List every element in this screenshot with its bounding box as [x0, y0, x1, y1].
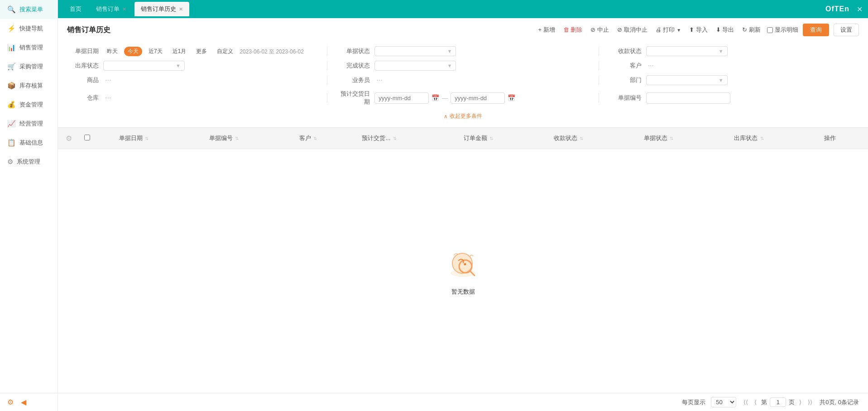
warehouse-dots-btn[interactable]: ···	[103, 94, 113, 102]
display-toggle-checkbox[interactable]	[767, 27, 773, 33]
dept-select[interactable]: ▼	[646, 75, 728, 85]
sidebar-item-purchase[interactable]: 🛒 采购管理	[0, 57, 58, 76]
page-next-btn[interactable]: ⟩	[797, 398, 803, 406]
sidebar-item-quick-nav[interactable]: ⚡ 快捷导航	[0, 19, 58, 38]
delivery-status-control: ▼	[103, 61, 316, 71]
delivery-date-end-icon[interactable]: 📅	[508, 94, 515, 102]
col-checkbox	[80, 128, 115, 149]
select-all-checkbox[interactable]	[84, 135, 90, 140]
sidebar-item-search[interactable]: 🔍 搜索菜单	[0, 0, 58, 19]
col-collection-label: 收款状态	[554, 135, 577, 141]
tab-home[interactable]: 首页	[63, 2, 88, 16]
table-settings-gear[interactable]: ⚙	[62, 132, 75, 145]
sidebar-item-finance[interactable]: 💰 资金管理	[0, 95, 58, 114]
goods-label: 商品	[67, 76, 103, 84]
collection-status-control: ▼	[646, 46, 859, 56]
settings-btn[interactable]: 设置	[834, 24, 859, 36]
goods-dots-btn[interactable]: ···	[103, 76, 113, 84]
date-1month-btn[interactable]: 近1月	[169, 47, 190, 56]
date-yesterday-btn[interactable]: 昨天	[103, 47, 121, 56]
customer-dots-btn[interactable]: ···	[646, 62, 656, 70]
print-btn-label: 🖨 打印	[656, 26, 675, 34]
delivery-date-end[interactable]	[451, 92, 505, 104]
delivery-date-start-icon[interactable]: 📅	[432, 94, 439, 102]
col-customer-label: 客户	[299, 135, 311, 141]
display-toggle[interactable]: 显示明细	[767, 26, 798, 34]
tab-sales-order-close[interactable]: ✕	[122, 6, 126, 12]
col-action: 操作	[820, 128, 868, 149]
col-collection-sort: ⇅	[580, 136, 583, 141]
col-amount-label: 订单金额	[464, 135, 487, 141]
divider-6	[599, 76, 599, 85]
table-header-row: ⚙ 单据日期 ⇅ 单据编号 ⇅	[58, 128, 868, 149]
delivery-date-start[interactable]	[374, 92, 429, 104]
col-collection[interactable]: 收款状态 ⇅	[549, 128, 639, 149]
col-delivery-status[interactable]: 出库状态 ⇅	[729, 128, 820, 149]
doc-no-input[interactable]	[646, 92, 730, 104]
import-btn[interactable]: ⬆ 导入	[687, 25, 710, 35]
topbar: 首页 销售订单 ✕ 销售订单历史 ✕ OfTEn ✕	[58, 0, 868, 18]
export-btn[interactable]: ⬇ 导出	[714, 25, 736, 35]
stop-btn[interactable]: ⊘ 中止	[589, 25, 611, 35]
cancel-stop-btn-label: ⊘ 取消中止	[617, 26, 647, 34]
col-no-label: 单据编号	[209, 135, 233, 141]
sidebar-item-basic-info[interactable]: 📋 基础信息	[0, 133, 58, 152]
sidebar-item-inventory[interactable]: 📦 库存核算	[0, 76, 58, 95]
col-customer[interactable]: 客户 ⇅	[295, 128, 358, 149]
col-no[interactable]: 单据编号 ⇅	[205, 128, 295, 149]
total-text: 共0页, 0条记录	[820, 398, 859, 406]
page-input[interactable]	[770, 397, 786, 407]
date-7days-btn[interactable]: 近7天	[145, 47, 166, 56]
page-first-btn[interactable]: ⟨⟨	[742, 398, 750, 406]
date-custom-btn[interactable]: 自定义	[213, 47, 237, 56]
col-doc-status-label: 单据状态	[644, 135, 667, 141]
complete-status-control: ▼	[374, 61, 587, 71]
delivery-status-chevron: ▼	[176, 63, 181, 68]
sidebar-item-sales[interactable]: 📊 销售管理	[0, 38, 58, 57]
tab-home-label: 首页	[70, 5, 82, 13]
col-action-label: 操作	[824, 135, 836, 141]
content-area: 销售订单历史 + 新增 🗑 删除 ⊘ 中止 ⊘ 取消中止 🖨	[58, 18, 868, 411]
sidebar-item-operations[interactable]: 📈 经营管理	[0, 114, 58, 133]
sidebar-item-sys-mgmt[interactable]: ⚙ 系统管理	[0, 152, 58, 171]
print-chevron-icon: ▼	[676, 28, 681, 33]
print-btn[interactable]: 🖨 打印 ▼	[654, 25, 683, 35]
footer: 每页显示 50 10 20 100 ⟨⟨ ⟨ 第 页 ⟩ ⟩⟩ 共0页, 0条记…	[58, 393, 868, 411]
topbar-close-btn[interactable]: ✕	[857, 5, 863, 14]
query-btn[interactable]: 查询	[803, 24, 829, 36]
salesperson-dots-btn[interactable]: ···	[374, 76, 384, 84]
collection-status-select[interactable]: ▼	[646, 46, 728, 56]
page-prev-btn[interactable]: ⟨	[753, 398, 758, 406]
empty-icon	[445, 246, 481, 282]
page-last-btn[interactable]: ⟩⟩	[806, 398, 814, 406]
complete-status-select[interactable]: ▼	[374, 61, 456, 71]
refresh-btn[interactable]: ↻ 刷新	[740, 25, 762, 35]
tab-sales-order[interactable]: 销售订单 ✕	[90, 2, 133, 16]
page-header: 销售订单历史 + 新增 🗑 删除 ⊘ 中止 ⊘ 取消中止 🖨	[58, 18, 868, 128]
col-doc-status[interactable]: 单据状态 ⇅	[639, 128, 729, 149]
col-amount[interactable]: 订单金额 ⇅	[459, 128, 549, 149]
divider-4	[599, 61, 599, 70]
col-date[interactable]: 单据日期 ⇅	[115, 128, 205, 149]
date-more-btn[interactable]: 更多	[192, 47, 211, 56]
new-btn[interactable]: + 新增	[537, 25, 557, 35]
delete-btn[interactable]: 🗑 删除	[561, 25, 585, 35]
tab-sales-order-history-close[interactable]: ✕	[179, 6, 183, 12]
doc-status-select[interactable]: ▼	[374, 46, 456, 56]
collapse-bar[interactable]: ∧ 收起更多条件	[67, 111, 859, 124]
operations-icon: 📈	[7, 120, 16, 128]
import-btn-label: ⬆ 导入	[689, 26, 708, 34]
complete-status-chevron: ▼	[447, 63, 452, 68]
tab-sales-order-history[interactable]: 销售订单历史 ✕	[134, 2, 189, 16]
sidebar-settings-btn[interactable]: ⚙	[7, 398, 14, 406]
date-today-btn[interactable]: 今天	[124, 47, 142, 56]
page-size-select[interactable]: 50 10 20 100	[711, 397, 736, 407]
divider-8	[599, 93, 599, 102]
sidebar-collapse-btn[interactable]: ◀	[21, 398, 26, 406]
svg-point-4	[464, 263, 466, 266]
cancel-stop-btn[interactable]: ⊘ 取消中止	[615, 25, 649, 35]
col-customer-sort: ⇅	[313, 136, 317, 141]
delivery-status-select[interactable]: ▼	[103, 61, 185, 71]
divider-5	[327, 76, 327, 85]
col-delivery[interactable]: 预计交货... ⇅	[357, 128, 459, 149]
